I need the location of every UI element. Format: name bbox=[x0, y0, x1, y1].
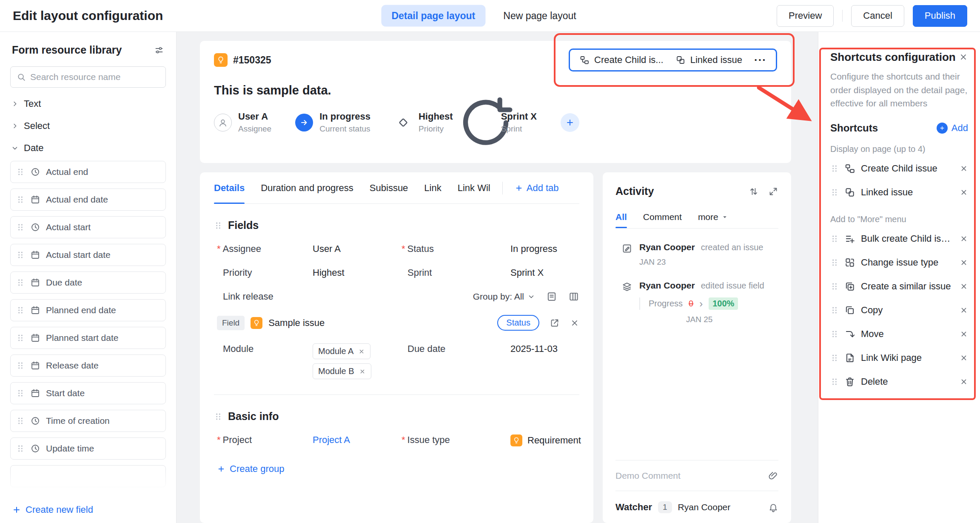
drag-handle-icon[interactable] bbox=[830, 234, 839, 243]
drag-handle-icon[interactable] bbox=[16, 223, 25, 231]
remove-icon[interactable] bbox=[359, 368, 366, 375]
remove-icon[interactable] bbox=[358, 348, 365, 355]
drag-handle-icon[interactable] bbox=[214, 221, 222, 230]
preview-button[interactable]: Preview bbox=[777, 5, 834, 27]
attribute-current-status[interactable]: In progress Current status bbox=[295, 111, 370, 134]
field-value-due-date[interactable]: 2025-11-03 bbox=[510, 343, 579, 354]
sort-icon[interactable] bbox=[749, 186, 759, 197]
shortcut-item-move[interactable]: Move bbox=[830, 322, 968, 346]
open-external-icon[interactable] bbox=[550, 318, 560, 328]
add-shortcut-button[interactable]: Add bbox=[937, 123, 968, 134]
tab-duration-and-progress[interactable]: Duration and progress bbox=[261, 172, 353, 204]
create-group-button[interactable]: Create group bbox=[217, 463, 579, 474]
date-field-start-date[interactable]: Start date bbox=[10, 382, 166, 404]
cancel-button[interactable]: Cancel bbox=[851, 5, 904, 27]
remove-icon[interactable] bbox=[960, 377, 968, 386]
drag-handle-icon[interactable] bbox=[830, 377, 839, 386]
date-field-due-date[interactable]: Due date bbox=[10, 272, 166, 294]
collapse-panel-icon[interactable] bbox=[154, 45, 164, 55]
remove-icon[interactable] bbox=[960, 164, 968, 173]
bell-icon[interactable] bbox=[768, 502, 778, 512]
search-resource-box[interactable] bbox=[10, 66, 166, 88]
tree-group-select[interactable]: Select bbox=[10, 115, 166, 137]
date-field-actual-start[interactable]: Actual start bbox=[10, 216, 166, 238]
tab-more[interactable]: more bbox=[698, 206, 729, 228]
drag-handle-icon[interactable] bbox=[16, 306, 25, 314]
tree-group-date[interactable]: Date bbox=[10, 137, 166, 159]
tab-subissue[interactable]: Subissue bbox=[370, 172, 408, 204]
tab-details[interactable]: Details bbox=[214, 172, 245, 204]
tree-group-text[interactable]: Text bbox=[10, 93, 166, 115]
field-value-assignee[interactable]: User A bbox=[313, 243, 402, 254]
field-value-issue-type[interactable]: Requirement bbox=[510, 434, 581, 446]
remove-icon[interactable] bbox=[960, 188, 968, 197]
comment-input[interactable]: Demo Comment bbox=[615, 460, 778, 491]
drag-handle-icon[interactable] bbox=[16, 251, 25, 259]
drag-handle-icon[interactable] bbox=[16, 417, 25, 425]
expand-icon[interactable] bbox=[768, 186, 778, 197]
more-actions-button[interactable]: ··· bbox=[749, 54, 772, 66]
shortcut-item-bulk-create-child-issue[interactable]: Bulk create Child issue bbox=[830, 227, 968, 251]
drag-handle-icon[interactable] bbox=[830, 354, 839, 362]
field-value-project[interactable]: Project A bbox=[313, 434, 402, 446]
attribute-sprint[interactable]: Sprint X Sprint bbox=[477, 111, 537, 134]
tab-new-page-layout[interactable]: New page layout bbox=[493, 5, 586, 27]
remove-icon[interactable] bbox=[960, 330, 968, 338]
drag-handle-icon[interactable] bbox=[16, 389, 25, 397]
remove-icon[interactable] bbox=[960, 354, 968, 362]
shortcut-item-delete[interactable]: Delete bbox=[830, 370, 968, 394]
close-icon[interactable] bbox=[959, 52, 968, 62]
list-view-icon[interactable] bbox=[546, 291, 557, 302]
shortcut-item-create-a-similar-issue[interactable]: Create a similar issue bbox=[830, 274, 968, 298]
drag-handle-icon[interactable] bbox=[830, 258, 839, 267]
drag-handle-icon[interactable] bbox=[830, 306, 839, 314]
add-tab-button[interactable]: Add tab bbox=[515, 183, 559, 194]
field-value-priority[interactable]: Highest bbox=[313, 267, 402, 278]
remove-icon[interactable] bbox=[960, 306, 968, 314]
shortcut-item-create-child-issue[interactable]: Create Child issue bbox=[830, 157, 968, 180]
drag-handle-icon[interactable] bbox=[16, 361, 25, 370]
status-pill[interactable]: Status bbox=[497, 315, 539, 331]
field-value-status[interactable]: In progress bbox=[510, 243, 579, 254]
drag-handle-icon[interactable] bbox=[830, 188, 839, 197]
linked-issue-title[interactable]: Sample issue bbox=[268, 317, 325, 329]
drag-handle-icon[interactable] bbox=[16, 168, 25, 176]
shortcut-item-change-issue-type[interactable]: Change issue type bbox=[830, 251, 968, 274]
tab-link-wiki[interactable]: Link Wil bbox=[458, 172, 490, 204]
create-new-field-button[interactable]: Create new field bbox=[10, 497, 166, 523]
date-field-actual-end-date[interactable]: Actual end date bbox=[10, 189, 166, 211]
create-child-issue-button[interactable]: Create Child is... bbox=[574, 52, 669, 68]
date-field-update-time[interactable]: Update time bbox=[10, 437, 166, 460]
shortcut-item-link-wiki-page[interactable]: Link Wiki page bbox=[830, 346, 968, 370]
date-field-planned-start-date[interactable]: Planned start date bbox=[10, 327, 166, 349]
drag-handle-icon[interactable] bbox=[16, 444, 25, 453]
search-input[interactable] bbox=[30, 72, 160, 82]
shortcut-item-copy[interactable]: Copy bbox=[830, 298, 968, 322]
board-view-icon[interactable] bbox=[568, 291, 579, 302]
shortcut-item-linked-issue[interactable]: Linked issue bbox=[830, 180, 968, 204]
remove-icon[interactable] bbox=[960, 234, 968, 243]
remove-icon[interactable] bbox=[960, 258, 968, 267]
remove-icon[interactable] bbox=[570, 318, 579, 328]
date-field-actual-start-date[interactable]: Actual start date bbox=[10, 244, 166, 266]
date-field-actual-end[interactable]: Actual end bbox=[10, 161, 166, 183]
tab-detail-page-layout[interactable]: Detail page layout bbox=[381, 5, 485, 27]
drag-handle-icon[interactable] bbox=[830, 164, 839, 173]
tab-comment[interactable]: Comment bbox=[643, 206, 682, 228]
remove-icon[interactable] bbox=[960, 282, 968, 291]
drag-handle-icon[interactable] bbox=[16, 278, 25, 287]
tab-all[interactable]: All bbox=[615, 206, 627, 228]
drag-handle-icon[interactable] bbox=[830, 330, 839, 338]
drag-handle-icon[interactable] bbox=[830, 282, 839, 291]
linked-issue-button[interactable]: Linked issue bbox=[670, 52, 747, 68]
group-by-dropdown[interactable]: Group by: All bbox=[473, 292, 535, 302]
date-field-time-of-creation[interactable]: Time of creation bbox=[10, 410, 166, 432]
attribute-assignee[interactable]: User A Assignee bbox=[214, 111, 271, 134]
field-value-sprint[interactable]: Sprint X bbox=[510, 267, 579, 278]
attachment-icon[interactable] bbox=[768, 471, 778, 481]
tab-link[interactable]: Link bbox=[424, 172, 441, 204]
add-attribute-button[interactable] bbox=[561, 113, 579, 132]
date-field-release-date[interactable]: Release date bbox=[10, 354, 166, 377]
publish-button[interactable]: Publish bbox=[913, 5, 967, 27]
drag-handle-icon[interactable] bbox=[16, 334, 25, 342]
